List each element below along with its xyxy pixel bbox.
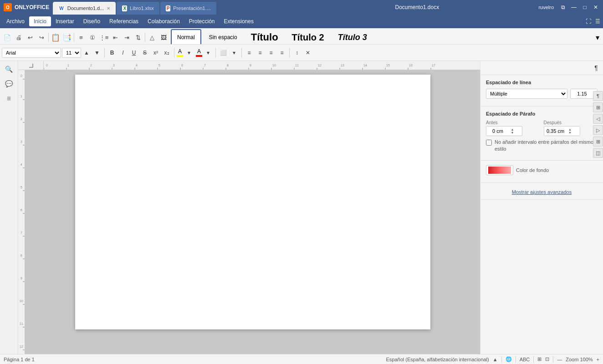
line-spacing-button[interactable]: ↕ [292,48,302,58]
clear-format-button[interactable]: ✕ [303,48,313,58]
border-dropdown-button[interactable]: ▾ [229,48,239,58]
highlight-color-button[interactable]: A [177,48,183,57]
list-multi-button[interactable]: ⋮≡ [98,32,109,43]
document-scroll-area[interactable] [25,70,480,354]
svg-text:0: 0 [20,74,22,77]
rp-btn-2[interactable]: ⊞ [593,102,603,112]
minimize-button[interactable]: — [570,4,577,11]
restore-down-button[interactable]: ⧉ [559,4,567,11]
style-normal[interactable]: Normal [171,29,201,45]
onlyoffice-icon: O [4,3,12,11]
rp-btn-4[interactable]: ▷ [593,125,603,135]
undo-button[interactable]: ↩ [25,32,36,43]
svg-text:3: 3 [20,140,22,143]
paragraph-spacing-title: Espaciado de Párafo [486,111,598,116]
image-button[interactable]: 🖼 [158,32,169,43]
shape-button[interactable]: △ [147,32,158,43]
app-logo: O ONLYOFFICE [4,3,49,11]
menu-colaboracion[interactable]: Colaboración [143,16,184,26]
align-right-button[interactable]: ≡ [266,48,276,58]
rp-btn-3[interactable]: ◁ [593,114,603,124]
list-bullet-button[interactable]: ≡ [76,32,87,43]
underline-button[interactable]: U [129,48,139,58]
italic-button[interactable]: I [118,48,128,58]
menu-insertar[interactable]: Insertar [51,16,79,26]
settings-button[interactable]: ☰ [594,18,601,25]
menu-proteccion[interactable]: Protección [184,16,220,26]
tab-libro1[interactable]: X Libro1.xlsx [117,2,159,15]
comment-button[interactable]: 💬 [3,77,15,90]
after-up-button[interactable]: ▲ [567,128,573,131]
bold-button[interactable]: B [107,48,117,58]
color-de-fondo-swatch[interactable] [486,165,513,175]
highlight-dropdown-button[interactable]: ▾ [184,48,194,58]
subscript-button[interactable]: x₂ [162,48,172,58]
sort-button[interactable]: ⇅ [133,32,143,43]
font-family-select[interactable]: Arial [2,48,61,58]
align-center-button[interactable]: ≡ [255,48,265,58]
zoom-in-button[interactable]: + [597,357,599,362]
navigator-button[interactable]: ☰ [3,92,15,105]
rp-btn-1[interactable]: ¶ [593,91,603,101]
tab-documento1[interactable]: W Documento1.d... ✕ [53,2,116,15]
strikethrough-button[interactable]: S [140,48,150,58]
style-titulo3[interactable]: Título 3 [332,29,373,45]
spell-check-icon[interactable]: ABC [520,357,530,362]
increase-indent-button[interactable]: ⇥ [121,32,132,43]
font-size-decrease-button[interactable]: ▼ [92,48,102,58]
view-web-icon[interactable]: ⊡ [545,356,549,362]
after-down-button[interactable]: ▼ [567,131,573,134]
svg-text:3: 3 [113,64,115,67]
decrease-indent-button[interactable]: ⇤ [110,32,121,43]
view-print-icon[interactable]: ⊞ [537,356,542,362]
font-color-dropdown-button[interactable]: ▾ [203,48,213,58]
styles-more-button[interactable]: ▾ [594,31,601,44]
before-down-button[interactable]: ▼ [510,131,515,134]
tab-presentacion1[interactable]: P Presentación1.... [160,2,216,15]
language-icon[interactable]: ▲ [493,357,498,362]
no-interval-checkbox[interactable] [486,140,492,146]
zoom-out-button[interactable]: — [557,357,562,362]
svg-text:5: 5 [20,186,22,189]
list-number-button[interactable]: ① [87,32,98,43]
menu-inicio[interactable]: Inicio [29,16,51,26]
style-titulo[interactable]: Título [245,29,284,45]
file-toolbar-group: 📄 🖨 ↩ ↪ [2,32,47,43]
rp-btn-6[interactable]: ◫ [593,148,603,158]
tab-close-1[interactable]: ✕ [107,6,110,11]
superscript-button[interactable]: x² [151,48,161,58]
font-size-select[interactable]: 11 [62,48,81,58]
zoom-in-sidebar-button[interactable]: 🔍 [3,63,15,76]
maximize-button[interactable]: □ [581,4,588,11]
font-color-button[interactable]: A [196,48,202,57]
style-sin-espacio[interactable]: Sin espacio [203,29,243,45]
redo-button[interactable]: ↪ [36,32,47,43]
line-spacing-value-input[interactable] [571,89,593,98]
align-justify-button[interactable]: ≡ [277,48,287,58]
rp-btn-5[interactable]: ⊞ [593,136,603,147]
before-spacing-input[interactable] [486,126,509,136]
menu-diseno[interactable]: Diseño [79,16,105,26]
tab-label-2: Libro1.xlsx [130,5,154,11]
close-button[interactable]: ✕ [592,4,599,11]
mostrar-ajustes-link[interactable]: Mostrar ajustes avanzados [486,189,598,195]
line-spacing-type-select[interactable]: Múltiple [486,89,567,99]
copy-button[interactable]: 📑 [61,32,72,43]
globe-icon[interactable]: 🌐 [506,356,512,362]
main-area: 🔍 💬 ☰ 0 1 2 [0,61,603,354]
menu-extensiones[interactable]: Extensiones [220,16,258,26]
new-button[interactable]: 📄 [2,32,13,43]
after-spacing-input[interactable] [544,126,567,136]
full-screen-button[interactable]: ⛶ [585,18,592,25]
panel-paragraph-icon[interactable]: ¶ [591,63,601,73]
align-left-button[interactable]: ≡ [244,48,254,58]
font-size-increase-button[interactable]: ▲ [82,48,92,58]
document-page[interactable] [75,75,430,329]
style-titulo2[interactable]: Título 2 [286,29,330,45]
menu-referencias[interactable]: Referencias [105,16,143,26]
border-button[interactable]: ⬜ [218,48,228,58]
paste-button[interactable]: 📋 [50,32,61,43]
menu-archivo[interactable]: Archivo [2,16,29,26]
print-button[interactable]: 🖨 [13,32,24,43]
before-up-button[interactable]: ▲ [510,128,515,131]
